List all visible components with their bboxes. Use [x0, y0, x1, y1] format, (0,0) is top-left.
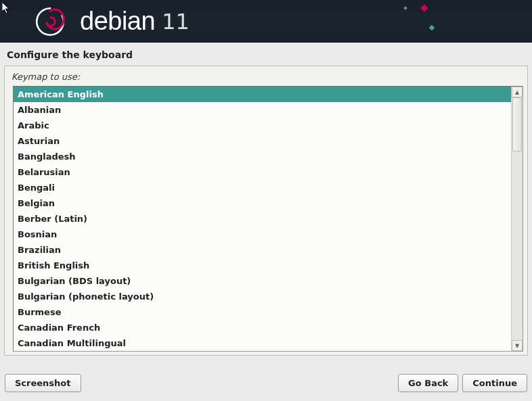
scroll-down-button[interactable]: ▼: [512, 340, 523, 351]
list-item[interactable]: Brazilian: [14, 242, 511, 258]
list-item[interactable]: Belgian: [14, 195, 511, 211]
list-item[interactable]: Bosnian: [14, 227, 511, 242]
keymap-listbox-wrapper: American EnglishAlbanianArabicAsturianBa…: [13, 86, 523, 352]
list-item[interactable]: Canadian Multilingual: [14, 335, 511, 351]
page-title: Configure the keyboard: [0, 43, 532, 66]
installer-header: debian 11: [0, 0, 532, 43]
screenshot-button[interactable]: Screenshot: [5, 374, 81, 392]
list-item[interactable]: Canadian French: [14, 320, 511, 335]
list-item[interactable]: Albanian: [14, 102, 511, 118]
main-panel: Keymap to use: American EnglishAlbanianA…: [4, 66, 528, 356]
continue-button[interactable]: Continue: [462, 374, 527, 392]
scroll-track[interactable]: [512, 97, 523, 340]
decor-diamond-grey: [403, 6, 407, 10]
list-item[interactable]: Berber (Latin): [14, 211, 511, 227]
scrollbar[interactable]: ▲ ▼: [511, 87, 523, 351]
list-item[interactable]: Asturian: [14, 133, 511, 149]
debian-swirl-logo-icon: [32, 4, 68, 39]
list-item[interactable]: British English: [14, 258, 511, 273]
list-item[interactable]: Bangladesh: [14, 149, 511, 164]
decor-diamond-teal: [429, 25, 435, 30]
brand-version: 11: [162, 9, 190, 34]
scroll-up-button[interactable]: ▲: [512, 87, 523, 97]
list-item[interactable]: Belarusian: [14, 164, 511, 180]
keymap-prompt-label: Keymap to use:: [5, 66, 527, 86]
list-item[interactable]: Burmese: [14, 304, 511, 320]
list-item[interactable]: American English: [14, 87, 511, 102]
keymap-listbox[interactable]: American EnglishAlbanianArabicAsturianBa…: [14, 87, 511, 351]
list-item[interactable]: Bulgarian (BDS layout): [14, 273, 511, 289]
scroll-thumb[interactable]: [512, 97, 522, 151]
decor-diamond-pink: [420, 4, 428, 11]
list-item[interactable]: Bengali: [14, 180, 511, 195]
go-back-button[interactable]: Go Back: [398, 374, 458, 392]
list-item[interactable]: Bulgarian (phonetic layout): [14, 289, 511, 304]
brand-name: debian: [80, 7, 155, 36]
footer-bar: Screenshot Go Back Continue: [0, 374, 532, 392]
list-item[interactable]: Arabic: [14, 118, 511, 133]
